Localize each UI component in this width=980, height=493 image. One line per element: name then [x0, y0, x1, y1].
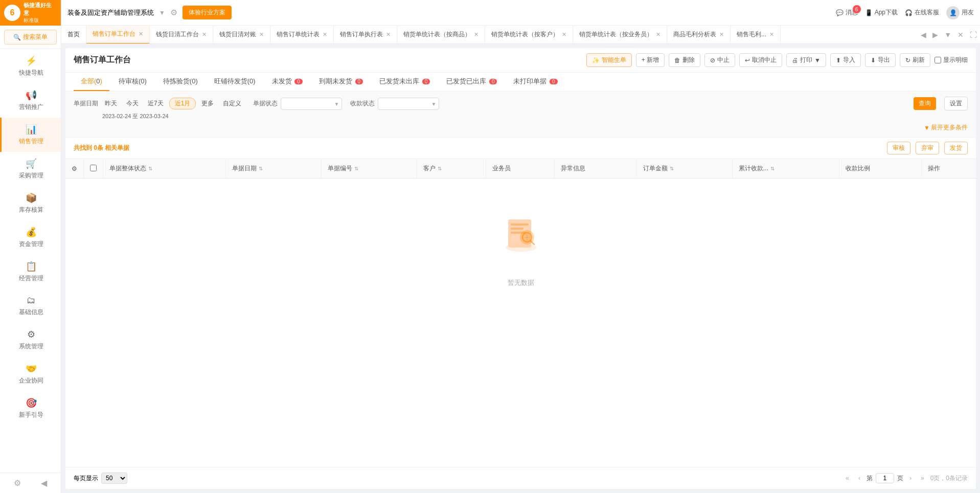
ai-generate-button[interactable]: ✨ 智能生单 — [586, 53, 632, 67]
show-detail-checkbox[interactable]: 显示明细 — [935, 56, 968, 64]
tab-more-menu[interactable]: ▼ — [941, 26, 954, 44]
sidebar-settings-button[interactable]: ⚙ — [14, 478, 21, 488]
tab-close-sales-execution[interactable]: ✕ — [386, 31, 391, 38]
sidebar-item-quick-nav[interactable]: ⚡ 快捷导航 — [0, 49, 61, 83]
tab-sales-profit[interactable]: 销售毛利... ✕ — [731, 26, 781, 44]
tab-home[interactable]: 首页 — [61, 26, 86, 44]
star-icon: ✨ — [592, 57, 600, 64]
refresh-button[interactable]: ↻ 刷新 — [900, 53, 930, 67]
date-btn-custom[interactable]: 自定义 — [219, 98, 245, 109]
select-all-checkbox[interactable] — [90, 165, 97, 171]
audit-button[interactable]: 审核 — [887, 142, 910, 154]
table-col-payment-ratio: 收款比例 — [839, 159, 921, 178]
sidebar-item-guide[interactable]: 🎯 新手引导 — [0, 391, 61, 425]
add-button[interactable]: + 新增 — [636, 53, 665, 67]
date-filter-label: 单据日期 — [74, 99, 98, 108]
query-button[interactable]: 查询 — [914, 97, 936, 110]
tab-close-sales-profit[interactable]: ✕ — [769, 31, 774, 38]
subtab-all[interactable]: 全部(0) — [74, 73, 109, 91]
tab-close-sales-by-salesman[interactable]: ✕ — [656, 31, 660, 38]
page-size-select[interactable]: 50 10 20 100 — [101, 473, 127, 484]
status-select[interactable] — [281, 98, 342, 110]
payment-select[interactable] — [378, 98, 439, 110]
date-btn-7days[interactable]: 近7天 — [144, 98, 167, 109]
send-goods-button[interactable]: 发货 — [944, 142, 968, 154]
subtab-shipped-not-warehoused[interactable]: 已发货未出库 0 — [372, 73, 437, 91]
date-btn-more[interactable]: 更多 — [198, 98, 217, 109]
sidebar-item-sales[interactable]: 📊 销售管理 — [0, 118, 61, 152]
col-sort-amount[interactable]: 订单金额 — [643, 164, 726, 173]
col-sort-customer[interactable]: 客户 — [423, 164, 479, 173]
tab-close-reconciliation[interactable]: ✕ — [259, 31, 264, 38]
sidebar-collapse-button[interactable]: ◀ — [41, 478, 47, 488]
app-download-button[interactable]: 📱 App下载 — [865, 8, 898, 17]
sidebar-item-marketing[interactable]: 📢 营销推广 — [0, 83, 61, 118]
cancel-audit-button[interactable]: 弃审 — [916, 142, 939, 154]
sidebar-item-basic-info[interactable]: 🗂 基础信息 — [0, 289, 61, 323]
tab-close-cash-daily[interactable]: ✕ — [202, 31, 207, 38]
tab-sales-execution[interactable]: 销售订单执行表 ✕ — [334, 26, 397, 44]
tab-sales-by-salesman[interactable]: 销货单统计表（按业务员） ✕ — [573, 26, 667, 44]
sidebar-item-inventory[interactable]: 📦 库存核算 — [0, 186, 61, 220]
topbar-dropdown-icon[interactable]: ▼ — [159, 9, 165, 16]
show-detail-input[interactable] — [935, 57, 941, 63]
sidebar-item-system[interactable]: ⚙ 系统管理 — [0, 323, 61, 357]
export-button[interactable]: ⬇ 导出 — [865, 53, 896, 67]
expand-filter-button[interactable]: ▼ 展开更多条件 — [924, 123, 968, 132]
next-page-button[interactable]: › — [906, 474, 915, 483]
tab-close-all[interactable]: ✕ — [954, 26, 967, 44]
tab-sales-by-customer[interactable]: 销货单统计表（按客户） ✕ — [485, 26, 573, 44]
tab-reconciliation[interactable]: 钱货日清对账 ✕ — [213, 26, 270, 44]
tab-sales-order-workbench[interactable]: 销售订单工作台 ✕ — [86, 26, 150, 44]
table-col-settings[interactable]: ⚙ — [65, 159, 84, 178]
user-menu[interactable]: 👤 用友 — [946, 6, 974, 19]
subtab-not-printed[interactable]: 未打印单据 0 — [506, 73, 564, 91]
sidebar-search-button[interactable]: 🔍 搜索菜单 — [4, 30, 57, 44]
tab-close-sales-by-customer[interactable]: ✕ — [562, 31, 566, 38]
tab-sales-stats[interactable]: 销售订单统计表 ✕ — [270, 26, 334, 44]
tab-close-profit-analysis[interactable]: ✕ — [719, 31, 724, 38]
first-page-button[interactable]: « — [842, 474, 852, 483]
subtab-overdue-not-shipped[interactable]: 到期未发货 0 — [312, 73, 370, 91]
page-number-input[interactable] — [876, 473, 894, 483]
subtab-not-shipped[interactable]: 未发货 0 — [265, 73, 310, 91]
industry-solution-button[interactable]: 体验行业方案 — [183, 6, 232, 19]
subtab-wangpu-pending[interactable]: 旺铺待发货(0) — [207, 73, 263, 91]
col-sort-date[interactable]: 单据日期 — [232, 164, 315, 173]
tab-scroll-right[interactable]: ▶ — [929, 26, 941, 44]
sidebar-item-operations[interactable]: 📋 经营管理 — [0, 255, 61, 289]
tab-cash-daily-workbench[interactable]: 钱货日清工作台 ✕ — [150, 26, 213, 44]
tab-close-sales-order[interactable]: ✕ — [139, 31, 143, 37]
sidebar-item-collab[interactable]: 🤝 企业协同 — [0, 357, 61, 391]
prev-page-button[interactable]: ‹ — [855, 474, 863, 483]
tab-close-sales-stats[interactable]: ✕ — [323, 31, 327, 38]
message-button[interactable]: 💬 消息 6 — [836, 8, 858, 17]
table-col-checkbox[interactable] — [84, 159, 103, 178]
date-btn-yesterday[interactable]: 昨天 — [101, 98, 121, 109]
delete-button[interactable]: 🗑 删除 — [669, 53, 700, 67]
subtab-shipped-warehoused[interactable]: 已发货已出库 0 — [439, 73, 504, 91]
stop-button[interactable]: ⊘ 中止 — [704, 53, 735, 67]
tab-profit-analysis[interactable]: 商品毛利分析表 ✕ — [667, 26, 731, 44]
tab-scroll-left[interactable]: ◀ — [918, 26, 929, 44]
tab-close-sales-by-product[interactable]: ✕ — [474, 31, 478, 38]
col-sort-number[interactable]: 单据编号 — [328, 164, 411, 173]
sidebar-item-purchase[interactable]: 🛒 采购管理 — [0, 152, 61, 186]
last-page-button[interactable]: » — [918, 474, 927, 483]
import-button[interactable]: ⬆ 导入 — [830, 53, 861, 67]
col-sort-cumulative[interactable]: 累计收款... — [739, 164, 833, 173]
date-btn-1month[interactable]: 近1月 — [169, 98, 196, 109]
subtab-pending-review[interactable]: 待审核(0) — [111, 73, 154, 91]
print-button[interactable]: 🖨 打印 ▼ — [786, 53, 826, 67]
subtab-pending-pick[interactable]: 待拣验货(0) — [156, 73, 205, 91]
filter-settings-button[interactable]: 设置 — [944, 97, 968, 110]
col-sort-status[interactable]: 单据整体状态 — [109, 164, 219, 173]
tab-sales-by-product[interactable]: 销货单统计表（按商品） ✕ — [397, 26, 485, 44]
sidebar-item-finance[interactable]: 💰 资金管理 — [0, 220, 61, 255]
tab-fullscreen[interactable]: ⛶ — [967, 26, 980, 44]
date-btn-today[interactable]: 今天 — [123, 98, 142, 109]
online-service-button[interactable]: 🎧 在线客服 — [905, 8, 939, 17]
empty-illustration — [495, 209, 546, 270]
cancel-stop-button[interactable]: ↩ 取消中止 — [739, 53, 782, 67]
topbar-settings-icon[interactable]: ⚙ — [170, 8, 177, 17]
